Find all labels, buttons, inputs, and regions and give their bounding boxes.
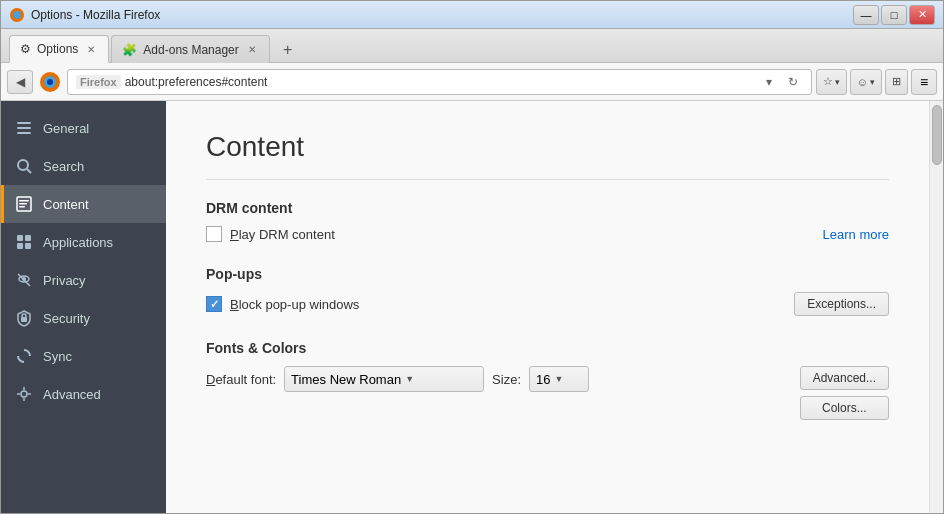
window-controls: — □ ✕: [853, 5, 935, 25]
sidebar-item-content[interactable]: Content: [1, 185, 166, 223]
sidebar-item-privacy[interactable]: Privacy: [1, 261, 166, 299]
sidebar-item-security-label: Security: [43, 311, 90, 326]
font-dropdown-arrow: ▼: [405, 374, 414, 384]
size-dropdown-arrow: ▼: [554, 374, 563, 384]
sidebar-item-sync[interactable]: Sync: [1, 337, 166, 375]
svg-rect-13: [19, 206, 25, 208]
sync-icon: [15, 347, 33, 365]
sidebar-item-general-label: General: [43, 121, 89, 136]
checkmark-icon: ✓: [210, 298, 219, 311]
drm-label: Play DRM content: [230, 227, 335, 242]
svg-rect-7: [17, 132, 31, 134]
browser-window: Options - Mozilla Firefox — □ ✕ ⚙ Option…: [0, 0, 944, 514]
svg-rect-11: [19, 200, 29, 202]
tab-bar: ⚙ Options ✕ 🧩 Add-ons Manager ✕ +: [1, 29, 943, 63]
refresh-icon[interactable]: ↻: [783, 72, 803, 92]
drm-heading: DRM content: [206, 200, 889, 216]
maximize-button[interactable]: □: [881, 5, 907, 25]
font-value: Times New Roman: [291, 372, 401, 387]
new-tab-button[interactable]: +: [276, 38, 300, 62]
applications-icon: [15, 233, 33, 251]
page-title: Content: [206, 131, 889, 163]
sidebar-item-search-label: Search: [43, 159, 84, 174]
size-value: 16: [536, 372, 550, 387]
bookmark-dropdown: ▾: [835, 77, 840, 87]
menu-button[interactable]: ≡: [911, 69, 937, 95]
extensions-button[interactable]: ⊞: [885, 69, 908, 95]
firefox-logo: [39, 71, 61, 93]
content-icon: [15, 195, 33, 213]
close-button[interactable]: ✕: [909, 5, 935, 25]
popups-section: Pop-ups ✓ Block pop-up windows Exception…: [206, 266, 889, 316]
url-text: about:preferences#content: [125, 75, 268, 89]
popups-row: ✓ Block pop-up windows Exceptions...: [206, 292, 889, 316]
sidebar-item-security[interactable]: Security: [1, 299, 166, 337]
url-dropdown-icon[interactable]: ▾: [759, 72, 779, 92]
main-area: General Search Content Applications: [1, 101, 943, 513]
toolbar-right: ☆ ▾ ☺ ▾ ⊞ ≡: [816, 69, 937, 95]
security-icon: [15, 309, 33, 327]
url-box[interactable]: Firefox about:preferences#content ▾ ↻: [67, 69, 812, 95]
back-button[interactable]: ◀: [7, 70, 33, 94]
puzzle-icon: 🧩: [122, 43, 137, 57]
svg-line-9: [27, 169, 31, 173]
popups-label: Block pop-up windows: [230, 297, 359, 312]
popups-label-underline: B: [230, 297, 239, 312]
svg-rect-14: [17, 235, 23, 241]
drm-label-underline: P: [230, 227, 239, 242]
default-font-label: Default font:: [206, 372, 276, 387]
svg-rect-17: [25, 243, 31, 249]
drm-row: Play DRM content Learn more: [206, 226, 889, 242]
emoji-button[interactable]: ☺ ▾: [850, 69, 882, 95]
fonts-section: Fonts & Colors Default font: Times New R…: [206, 340, 889, 420]
sidebar-item-applications[interactable]: Applications: [1, 223, 166, 261]
advanced-icon: [15, 385, 33, 403]
scrollbar-thumb[interactable]: [932, 105, 942, 165]
tab-options[interactable]: ⚙ Options ✕: [9, 35, 109, 63]
svg-rect-16: [17, 243, 23, 249]
window-title: Options - Mozilla Firefox: [31, 8, 853, 22]
right-buttons: Advanced... Colors...: [800, 366, 889, 420]
search-icon: [15, 157, 33, 175]
font-label-underline: D: [206, 372, 215, 387]
section-divider-top: [206, 179, 889, 180]
extensions-icon: ⊞: [892, 75, 901, 88]
popups-checkbox[interactable]: ✓: [206, 296, 222, 312]
minimize-button[interactable]: —: [853, 5, 879, 25]
font-select[interactable]: Times New Roman ▼: [284, 366, 484, 392]
url-icons: ▾ ↻: [759, 72, 803, 92]
tab-addons[interactable]: 🧩 Add-ons Manager ✕: [111, 35, 269, 63]
url-prefix: Firefox: [76, 75, 121, 89]
content-area: Content DRM content Play DRM content Lea…: [166, 101, 943, 513]
popups-heading: Pop-ups: [206, 266, 889, 282]
sidebar-item-advanced-label: Advanced: [43, 387, 101, 402]
general-icon: [15, 119, 33, 137]
exceptions-button[interactable]: Exceptions...: [794, 292, 889, 316]
learn-more-link[interactable]: Learn more: [823, 227, 889, 242]
sidebar-item-advanced[interactable]: Advanced: [1, 375, 166, 413]
scrollbar-track: [929, 101, 943, 513]
sidebar-item-search[interactable]: Search: [1, 147, 166, 185]
colors-button[interactable]: Colors...: [800, 396, 889, 420]
svg-point-8: [18, 160, 28, 170]
sidebar-item-applications-label: Applications: [43, 235, 113, 250]
emoji-icon: ☺: [857, 76, 868, 88]
svg-rect-6: [17, 127, 31, 129]
tab-addons-close[interactable]: ✕: [245, 43, 259, 57]
sidebar-item-general[interactable]: General: [1, 109, 166, 147]
address-bar: ◀ Firefox about:preferences#content ▾ ↻ …: [1, 63, 943, 101]
window-icon: [9, 7, 25, 23]
svg-point-23: [21, 391, 27, 397]
sidebar-item-content-label: Content: [43, 197, 89, 212]
tab-options-close[interactable]: ✕: [84, 42, 98, 56]
svg-point-4: [47, 79, 53, 85]
drm-section: DRM content Play DRM content Learn more: [206, 200, 889, 242]
advanced-button[interactable]: Advanced...: [800, 366, 889, 390]
sidebar-item-privacy-label: Privacy: [43, 273, 86, 288]
size-select[interactable]: 16 ▼: [529, 366, 589, 392]
fonts-heading: Fonts & Colors: [206, 340, 889, 356]
drm-checkbox[interactable]: [206, 226, 222, 242]
bookmark-button[interactable]: ☆ ▾: [816, 69, 847, 95]
popups-checkbox-wrap: ✓ Block pop-up windows: [206, 296, 794, 312]
title-bar: Options - Mozilla Firefox — □ ✕: [1, 1, 943, 29]
